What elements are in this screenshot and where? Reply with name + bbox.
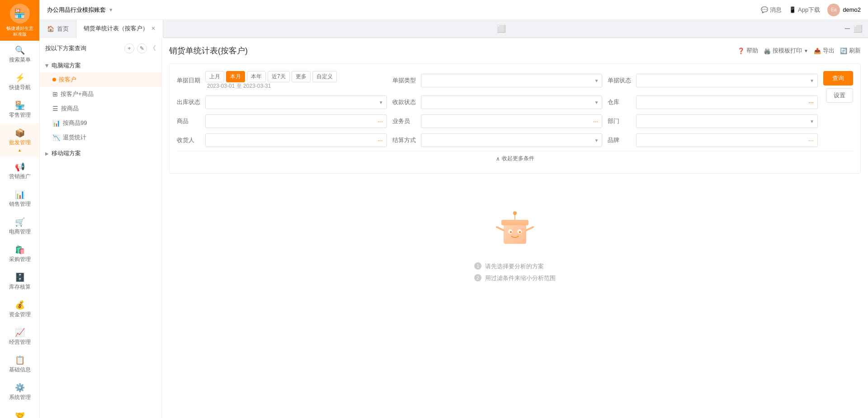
- system-icon: ⚙️: [2, 383, 38, 393]
- receipt-status-input[interactable]: [421, 95, 603, 109]
- collapse-panel-btn[interactable]: 《: [150, 44, 156, 52]
- sidebar-item-finance[interactable]: 💰 资金管理: [0, 295, 39, 323]
- tree-item-label: 按商品99: [63, 119, 87, 127]
- minimize-btn[interactable]: ─: [845, 24, 850, 33]
- date-this-month-btn[interactable]: 本月: [226, 71, 245, 82]
- department-select[interactable]: [636, 114, 818, 128]
- main-area: 办公用品行业模拟账套 ▾ 💬 消息 📱 App下载 Ea demo2 🏠 首页: [40, 0, 868, 418]
- enterprise-icon: 🤝: [2, 410, 38, 418]
- tabbar: 🏠 首页 销货单统计表（按客户） ✕ ⬜ ─ ⬜: [40, 20, 868, 38]
- tab-expand-btn[interactable]: ⬜: [491, 24, 511, 33]
- brand-select[interactable]: ···: [636, 133, 818, 147]
- warehouse-select[interactable]: ···: [636, 95, 818, 109]
- goods-select[interactable]: ···: [205, 114, 387, 128]
- sidebar-item-ecommerce[interactable]: 🛒 电商管理: [0, 213, 39, 240]
- sidebar-item-search[interactable]: 🔍 搜索菜单: [0, 41, 39, 68]
- tab-sales-stat[interactable]: 销货单统计表（按客户） ✕: [76, 20, 163, 38]
- filter-group-receipt-status: 收款状态: [392, 95, 603, 109]
- marketing-icon: 📢: [2, 162, 38, 172]
- panel-title: 按以下方案查询: [45, 44, 86, 52]
- doc-type-input[interactable]: [421, 74, 603, 87]
- settle-input[interactable]: [421, 133, 603, 147]
- date-this-year-btn[interactable]: 本年: [247, 71, 266, 82]
- message-btn[interactable]: 💬 消息: [761, 6, 782, 14]
- tree-section-desktop: ▶ 电脑端方案 按客户 ⊞ 按客户+商品 ☰ 按商品 📊 按商品99: [40, 59, 161, 145]
- sidebar-item-wholesale[interactable]: 📦 批发管理 ▲: [0, 124, 39, 157]
- filter-group-date: 单据日期 上月 本月 本年 近7天 更多 自定义: [177, 71, 387, 90]
- add-scheme-btn[interactable]: +: [124, 43, 134, 53]
- app-download-btn[interactable]: 📱 App下载: [789, 6, 820, 14]
- sidebar-item-basic[interactable]: 📋 基础信息: [0, 351, 39, 378]
- date-more-btn[interactable]: 更多: [292, 71, 311, 82]
- warehouse-input[interactable]: ···: [636, 95, 818, 109]
- sidebar-item-system[interactable]: ⚙️ 系统管理: [0, 378, 39, 406]
- app-title: 办公用品行业模拟账套: [47, 6, 106, 14]
- tree-section-header-desktop[interactable]: ▶ 电脑端方案: [40, 59, 161, 72]
- filter-group-warehouse: 仓库 ···: [608, 95, 818, 109]
- query-btn[interactable]: 查询: [823, 71, 853, 86]
- export-btn[interactable]: 📤 导出: [814, 47, 835, 55]
- date-7days-btn[interactable]: 近7天: [268, 71, 290, 82]
- refresh-btn[interactable]: 🔄 刷新: [840, 47, 861, 55]
- help-btn[interactable]: ❓ 帮助: [737, 47, 758, 55]
- doc-status-input[interactable]: [636, 74, 818, 87]
- sidebar-item-sales[interactable]: 📊 销售管理: [0, 185, 39, 213]
- receipt-status-select[interactable]: [421, 95, 603, 109]
- right-content: 销货单统计表(按客户) ❓ 帮助 🖨️ 按模板打印 ▼ 📤 导出: [162, 38, 868, 418]
- date-label: 单据日期: [177, 76, 202, 85]
- goods-input[interactable]: ···: [205, 114, 387, 128]
- download-icon: 📱: [789, 6, 796, 13]
- filter-main: 单据日期 上月 本月 本年 近7天 更多 自定义: [177, 71, 853, 147]
- sidebar-item-retail[interactable]: 🏪 零售管理: [0, 96, 39, 124]
- doc-status-select[interactable]: [636, 74, 818, 87]
- tree-item-by-customer-goods[interactable]: ⊞ 按客户+商品: [40, 87, 161, 101]
- sidebar-item-inventory[interactable]: 🗄️ 库存核算: [0, 268, 39, 295]
- print-dropdown-arrow: ▼: [804, 48, 808, 53]
- out-status-select[interactable]: [205, 95, 387, 109]
- sidebar-item-label: 经营管理: [2, 338, 38, 346]
- edit-scheme-btn[interactable]: ✎: [137, 43, 147, 53]
- sidebar-item-operations[interactable]: 📈 经营管理: [0, 323, 39, 351]
- empty-tips: 1 请先选择要分析的方案 2 用过滤条件来缩小分析范围: [474, 262, 556, 282]
- filter-group-brand: 品牌 ···: [608, 133, 818, 147]
- template-print-btn[interactable]: 🖨️ 按模板打印 ▼: [764, 47, 808, 55]
- settings-btn[interactable]: 设置: [826, 88, 853, 103]
- receiver-select[interactable]: ···: [205, 133, 387, 147]
- topbar-dropdown-arrow[interactable]: ▾: [109, 6, 113, 13]
- filter-group-department: 部门: [608, 114, 818, 128]
- staff-select[interactable]: ···: [421, 114, 603, 128]
- filter-group-out-status: 出库状态: [177, 95, 387, 109]
- page-title: 销货单统计表(按客户): [169, 45, 248, 56]
- filter-fields: 单据日期 上月 本月 本年 近7天 更多 自定义: [177, 71, 818, 147]
- doc-type-label: 单据类型: [392, 76, 417, 85]
- svg-rect-1: [501, 220, 528, 225]
- tab-home[interactable]: 🏠 首页: [40, 20, 76, 38]
- tree-item-by-goods[interactable]: ☰ 按商品: [40, 101, 161, 116]
- sidebar-item-purchase[interactable]: 🛍️ 采购管理: [0, 240, 39, 268]
- tab-actions: ─ ⬜: [840, 24, 868, 33]
- collapse-row[interactable]: ∧ 收起更多条件: [177, 151, 853, 166]
- svg-line-7: [526, 227, 533, 230]
- settle-select[interactable]: [421, 133, 603, 147]
- tree-item-return-stat[interactable]: 📉 退货统计: [40, 130, 161, 145]
- doc-type-select[interactable]: [421, 74, 603, 87]
- receiver-input[interactable]: ···: [205, 133, 387, 147]
- tree-item-by-customer[interactable]: 按客户: [40, 72, 161, 87]
- sidebar-item-quicknav[interactable]: ⚡ 快捷导航: [0, 68, 39, 96]
- maximize-btn[interactable]: ⬜: [854, 24, 863, 33]
- tree-item-by-goods99[interactable]: 📊 按商品99: [40, 116, 161, 130]
- tab-close-btn[interactable]: ✕: [151, 25, 156, 32]
- date-last-month-btn[interactable]: 上月: [205, 71, 224, 82]
- tree-arrow-mobile: ▶: [45, 151, 49, 156]
- brand-input[interactable]: ···: [636, 133, 818, 147]
- sidebar-item-label: 零售管理: [2, 111, 38, 119]
- sidebar-item-enterprise[interactable]: 🤝 企业协同: [0, 406, 39, 418]
- department-input[interactable]: [636, 114, 818, 128]
- tree-section-mobile: ▶ 移动端方案: [40, 147, 161, 160]
- tree-section-header-mobile[interactable]: ▶ 移动端方案: [40, 147, 161, 160]
- staff-input[interactable]: ···: [421, 114, 603, 128]
- user-profile[interactable]: Ea demo2: [827, 4, 861, 16]
- date-custom-btn[interactable]: 自定义: [312, 71, 337, 82]
- sidebar-item-marketing[interactable]: 📢 营销推广: [0, 157, 39, 185]
- out-status-input[interactable]: [205, 95, 387, 109]
